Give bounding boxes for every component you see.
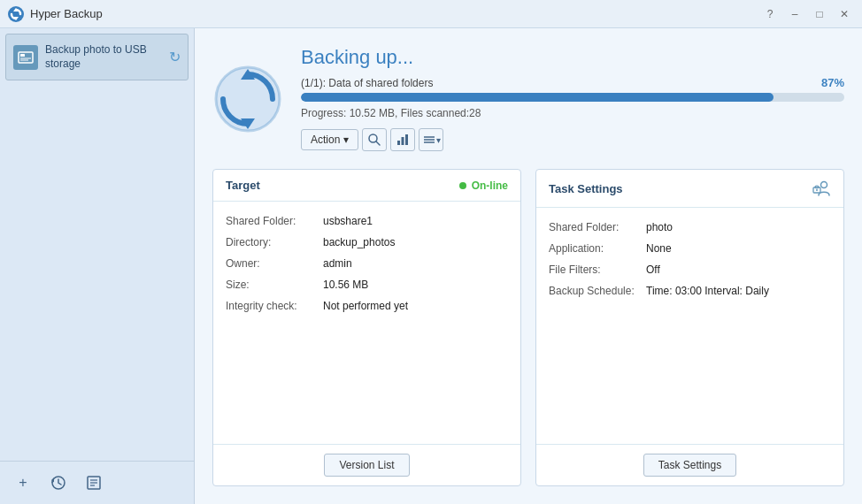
svg-rect-19: [397, 141, 400, 145]
menu-button[interactable]: ▾: [419, 128, 443, 151]
integrity-label: Integrity check:: [226, 300, 323, 312]
maximize-button[interactable]: □: [809, 5, 830, 23]
progress-label-text: (1/1): Data of shared folders: [301, 77, 433, 89]
log-icon: [86, 475, 102, 491]
content-area: Backing up... (1/1): Data of shared fold…: [195, 28, 862, 504]
minimize-button[interactable]: –: [784, 5, 805, 23]
settings-panel-header: Task Settings: [536, 170, 843, 208]
action-button[interactable]: Action ▾: [301, 129, 358, 150]
app-icon: [7, 5, 25, 23]
log-button[interactable]: [78, 469, 110, 497]
sidebar-item-label: Backup photo to USB storage: [45, 43, 162, 71]
table-row: Application: None: [549, 238, 831, 259]
action-button-label: Action: [311, 134, 340, 146]
backup-header: Backing up... (1/1): Data of shared fold…: [212, 46, 844, 151]
target-panel-title: Target: [226, 179, 260, 192]
target-panel-body: Shared Folder: usbshare1 Directory: back…: [213, 202, 520, 444]
info-panels: Target On-line Shared Folder: usbshare1 …: [212, 169, 844, 486]
progress-percentage: 87%: [821, 76, 844, 89]
application-value: None: [646, 242, 672, 255]
statistics-button[interactable]: [390, 128, 415, 151]
titlebar-controls: ? – □ ✕: [759, 5, 855, 23]
directory-label: Directory:: [226, 236, 323, 248]
menu-icon: [422, 133, 436, 147]
table-row: Shared Folder: photo: [549, 217, 831, 238]
add-backup-button[interactable]: +: [7, 469, 39, 497]
main-layout: Backup photo to USB storage ↻ +: [0, 28, 862, 504]
task-settings-button[interactable]: Task Settings: [643, 454, 736, 477]
search-button[interactable]: [362, 128, 387, 151]
history-icon: [50, 475, 66, 491]
target-panel-header: Target On-line: [213, 170, 520, 202]
progress-bar-background: [301, 93, 844, 102]
help-button[interactable]: ?: [759, 5, 781, 23]
chart-icon: [396, 133, 410, 147]
backup-info: Backing up... (1/1): Data of shared fold…: [301, 46, 844, 151]
backup-spinner: [212, 64, 283, 134]
size-label: Size:: [226, 279, 323, 291]
target-panel: Target On-line Shared Folder: usbshare1 …: [212, 169, 521, 486]
schedule-value: Time: 03:00 Interval: Daily: [646, 285, 769, 297]
backup-progress-label: (1/1): Data of shared folders 87%: [301, 76, 844, 89]
owner-value: admin: [323, 257, 352, 270]
size-value: 10.56 MB: [323, 279, 368, 291]
version-list-button[interactable]: Version List: [324, 454, 409, 477]
svg-rect-4: [20, 54, 25, 57]
svg-rect-3: [19, 52, 33, 63]
titlebar-left: Hyper Backup: [7, 5, 103, 23]
target-panel-footer: Version List: [213, 444, 520, 485]
settings-panel: Task Settings Shared Folder:: [535, 169, 844, 486]
table-row: File Filters: Off: [549, 259, 831, 280]
history-button[interactable]: [42, 469, 74, 497]
settings-panel-body: Shared Folder: photo Application: None F…: [536, 208, 843, 444]
settings-panel-right: [812, 179, 831, 198]
table-row: Shared Folder: usbshare1: [226, 210, 508, 232]
progress-bar-fill: [301, 93, 773, 102]
shared-folder-label: Shared Folder:: [549, 221, 646, 233]
lock-person-icon: [812, 179, 831, 198]
svg-point-25: [821, 182, 827, 188]
close-button[interactable]: ✕: [834, 5, 855, 23]
svg-rect-20: [402, 137, 404, 145]
table-row: Directory: backup_photos: [226, 232, 508, 253]
menu-dropdown-arrow: ▾: [436, 135, 441, 145]
progress-detail-text: Progress: 10.52 MB, Files scanned:28: [301, 107, 844, 119]
backup-item-icon: [13, 45, 38, 70]
shared-folder-value: photo: [646, 221, 673, 233]
titlebar: Hyper Backup ? – □ ✕: [0, 0, 862, 28]
owner-label: Owner:: [226, 257, 323, 270]
target-panel-status: On-line: [459, 179, 508, 192]
shared-folder-label: Shared Folder:: [226, 215, 323, 227]
svg-line-18: [376, 141, 380, 145]
directory-value: backup_photos: [323, 236, 395, 248]
settings-panel-footer: Task Settings: [536, 444, 843, 485]
backup-actions: Action ▾: [301, 128, 844, 151]
application-label: Application:: [549, 242, 646, 255]
shared-folder-value: usbshare1: [323, 215, 373, 227]
schedule-label: Backup Schedule:: [549, 285, 646, 297]
refresh-icon: ↻: [169, 49, 181, 65]
action-dropdown-arrow: ▾: [343, 134, 349, 146]
app-title: Hyper Backup: [30, 7, 103, 20]
status-dot-icon: [459, 182, 466, 189]
file-filters-value: Off: [646, 263, 660, 276]
search-icon: [367, 133, 381, 147]
status-online-label: On-line: [472, 179, 508, 192]
sidebar: Backup photo to USB storage ↻ +: [0, 28, 195, 504]
svg-point-28: [816, 189, 818, 191]
integrity-value: Not performed yet: [323, 300, 408, 312]
table-row: Owner: admin: [226, 253, 508, 274]
table-row: Size: 10.56 MB: [226, 274, 508, 295]
table-row: Integrity check: Not performed yet: [226, 295, 508, 317]
settings-panel-title: Task Settings: [549, 182, 623, 195]
table-row: Backup Schedule: Time: 03:00 Interval: D…: [549, 280, 831, 302]
svg-rect-21: [405, 134, 408, 145]
sidebar-item-backup[interactable]: Backup photo to USB storage ↻: [5, 34, 189, 80]
file-filters-label: File Filters:: [549, 263, 646, 276]
backup-title: Backing up...: [301, 46, 844, 69]
sidebar-bottom: +: [0, 461, 194, 504]
